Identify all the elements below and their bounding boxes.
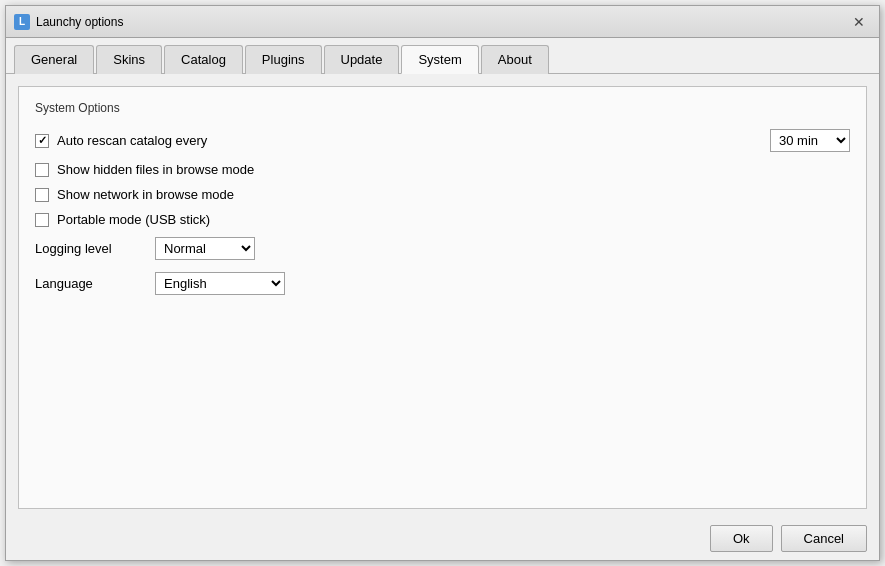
footer: Ok Cancel	[6, 517, 879, 560]
cancel-button[interactable]: Cancel	[781, 525, 867, 552]
language-select[interactable]: English French German Spanish	[155, 272, 285, 295]
app-icon: L	[14, 14, 30, 30]
rescan-interval-select[interactable]: 5 min 10 min 15 min 30 min 60 min	[770, 129, 850, 152]
portable-mode-label: Portable mode (USB stick)	[57, 212, 210, 227]
title-bar: L Launchy options ✕	[6, 6, 879, 38]
tab-system[interactable]: System	[401, 45, 478, 74]
logging-level-row: Logging level Off Normal Debug	[35, 237, 850, 260]
tab-skins[interactable]: Skins	[96, 45, 162, 74]
show-hidden-checkbox-wrapper[interactable]: Show hidden files in browse mode	[35, 162, 850, 177]
auto-rescan-checkbox[interactable]	[35, 134, 49, 148]
tab-update[interactable]: Update	[324, 45, 400, 74]
section-title: System Options	[35, 101, 850, 115]
system-panel: System Options Auto rescan catalog every…	[18, 86, 867, 509]
portable-mode-checkbox[interactable]	[35, 213, 49, 227]
auto-rescan-checkbox-wrapper[interactable]: Auto rescan catalog every	[35, 133, 770, 148]
auto-rescan-row: Auto rescan catalog every 5 min 10 min 1…	[35, 129, 850, 152]
tab-plugins[interactable]: Plugins	[245, 45, 322, 74]
show-hidden-row: Show hidden files in browse mode	[35, 162, 850, 177]
content-area: System Options Auto rescan catalog every…	[6, 74, 879, 517]
tab-catalog[interactable]: Catalog	[164, 45, 243, 74]
tab-bar: General Skins Catalog Plugins Update Sys…	[6, 38, 879, 74]
rescan-dropdown-wrapper: 5 min 10 min 15 min 30 min 60 min	[770, 129, 850, 152]
show-hidden-checkbox[interactable]	[35, 163, 49, 177]
close-button[interactable]: ✕	[847, 11, 871, 33]
auto-rescan-label: Auto rescan catalog every	[57, 133, 207, 148]
window: L Launchy options ✕ General Skins Catalo…	[5, 5, 880, 561]
show-network-row: Show network in browse mode	[35, 187, 850, 202]
logging-level-select[interactable]: Off Normal Debug	[155, 237, 255, 260]
ok-button[interactable]: Ok	[710, 525, 773, 552]
tab-about[interactable]: About	[481, 45, 549, 74]
tab-general[interactable]: General	[14, 45, 94, 74]
show-network-checkbox[interactable]	[35, 188, 49, 202]
logging-level-label: Logging level	[35, 241, 155, 256]
show-network-checkbox-wrapper[interactable]: Show network in browse mode	[35, 187, 850, 202]
show-network-label: Show network in browse mode	[57, 187, 234, 202]
show-hidden-label: Show hidden files in browse mode	[57, 162, 254, 177]
portable-mode-row: Portable mode (USB stick)	[35, 212, 850, 227]
portable-mode-checkbox-wrapper[interactable]: Portable mode (USB stick)	[35, 212, 850, 227]
window-title: Launchy options	[36, 15, 847, 29]
language-row: Language English French German Spanish	[35, 272, 850, 295]
language-label: Language	[35, 276, 155, 291]
